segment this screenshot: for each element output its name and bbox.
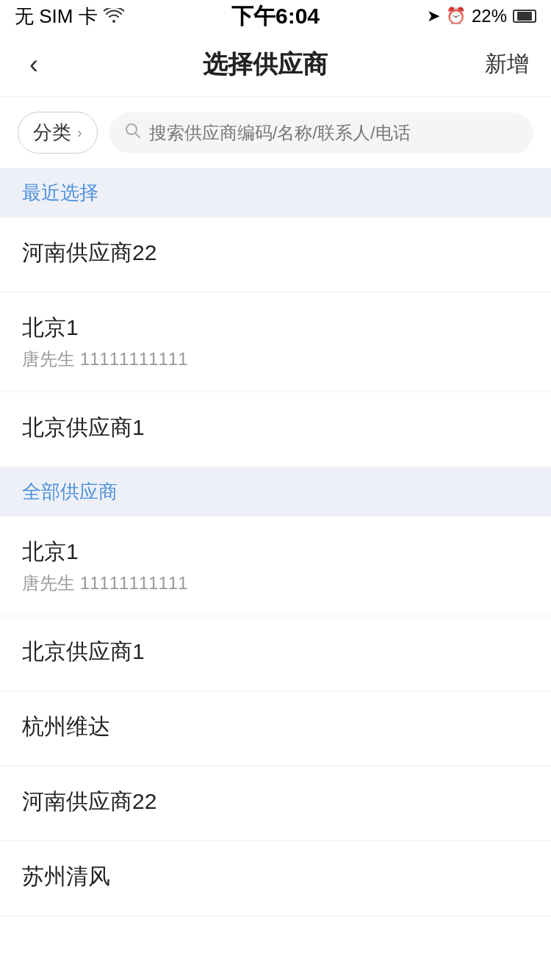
page-title: 选择供应商	[203, 48, 328, 82]
item-name: 北京1	[22, 313, 529, 343]
status-time: 下午6:04	[231, 1, 320, 32]
list-item[interactable]: 北京1唐先生 11111111111	[0, 292, 551, 392]
category-button[interactable]: 分类 ›	[18, 112, 98, 154]
item-name: 河南供应商22	[22, 787, 529, 817]
list-item[interactable]: 河南供应商22	[0, 217, 551, 292]
list-item[interactable]: 北京1唐先生 11111111111	[0, 516, 551, 616]
list-item[interactable]: 苏州清风	[0, 841, 551, 916]
list-item[interactable]: 北京供应商1	[0, 616, 551, 691]
item-name: 杭州维达	[22, 712, 529, 742]
item-sub: 唐先生 11111111111	[22, 347, 529, 371]
search-icon	[124, 121, 142, 145]
wifi-icon	[104, 5, 124, 28]
search-bar: 分类 ›	[0, 97, 551, 168]
all-items-list: 北京1唐先生 11111111111北京供应商1杭州维达河南供应商22苏州清风	[0, 516, 551, 916]
item-name: 北京1	[22, 537, 529, 567]
alarm-icon: ⏰	[446, 7, 466, 26]
status-bar: 无 SIM 卡 下午6:04 ➤ ⏰ 22%	[0, 0, 551, 32]
list-item[interactable]: 北京供应商1	[0, 392, 551, 467]
back-button[interactable]: ‹	[22, 42, 46, 87]
status-right: ➤ ⏰ 22%	[427, 6, 536, 26]
add-button[interactable]: 新增	[485, 49, 529, 79]
battery-label: 22%	[472, 6, 507, 26]
svg-line-1	[135, 133, 140, 137]
category-label: 分类	[33, 120, 71, 145]
recent-items-list: 河南供应商22北京1唐先生 11111111111北京供应商1	[0, 217, 551, 467]
item-sub: 唐先生 11111111111	[22, 572, 529, 595]
recent-section-label: 最近选择	[22, 181, 98, 203]
all-section-header: 全部供应商	[0, 467, 551, 516]
item-name: 北京供应商1	[22, 637, 529, 667]
status-left: 无 SIM 卡	[15, 4, 124, 29]
recent-section-header: 最近选择	[0, 168, 551, 217]
search-input[interactable]	[149, 123, 519, 143]
list-item[interactable]: 河南供应商22	[0, 766, 551, 841]
item-name: 北京供应商1	[22, 413, 529, 443]
item-name: 河南供应商22	[22, 238, 529, 268]
nav-bar: ‹ 选择供应商 新增	[0, 32, 551, 97]
item-name: 苏州清风	[22, 862, 529, 892]
battery-icon	[513, 10, 536, 23]
list-item[interactable]: 杭州维达	[0, 691, 551, 766]
search-input-wrap[interactable]	[109, 112, 533, 154]
carrier-label: 无 SIM 卡	[15, 4, 98, 29]
all-section-label: 全部供应商	[22, 480, 118, 502]
location-icon: ➤	[427, 7, 440, 26]
chevron-right-icon: ›	[77, 124, 82, 141]
